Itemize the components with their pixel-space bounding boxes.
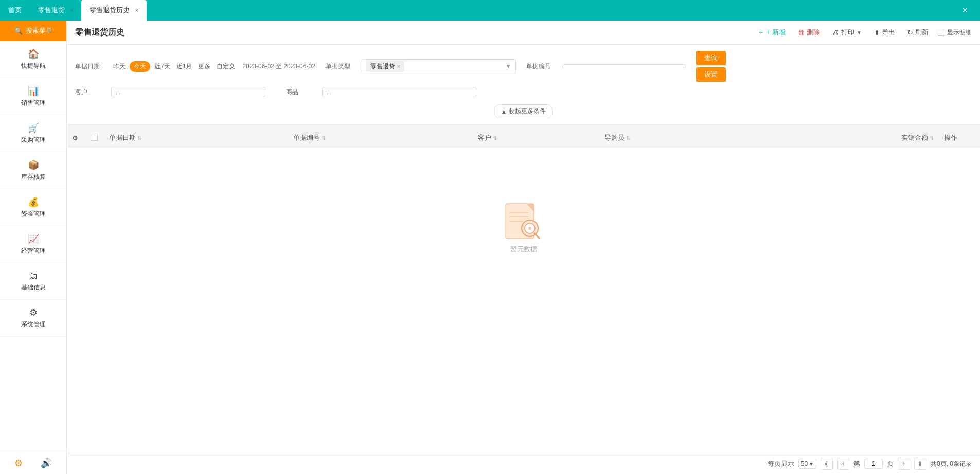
th-guide[interactable]: 导购员 ⇅ bbox=[599, 129, 755, 147]
th-amount[interactable]: 实销金额 ⇅ bbox=[755, 129, 939, 147]
th-date-label: 单据日期 bbox=[109, 133, 136, 142]
empty-text: 暂无数据 bbox=[510, 245, 537, 254]
show-detail-checkbox[interactable] bbox=[938, 29, 945, 36]
th-checkbox[interactable] bbox=[85, 129, 104, 147]
date-btn-7days[interactable]: 近7天 bbox=[152, 61, 172, 72]
select-all-checkbox[interactable] bbox=[91, 134, 98, 141]
collapse-label: 收起更多条件 bbox=[509, 107, 546, 116]
filter-row-1: 单据日期 昨天 今天 近7天 近1月 更多 自定义 2023-06-02 至 2… bbox=[75, 51, 972, 82]
page-input[interactable] bbox=[864, 459, 883, 469]
sidebar-item-purchase-mgmt[interactable]: 🛒 采购管理 bbox=[0, 115, 66, 152]
th-amount-label: 实销金额 bbox=[901, 133, 928, 142]
tab-bar: 首页 零售退货 × 零售退货历史 × bbox=[0, 0, 958, 21]
main-layout: 🔍 搜索菜单 🏠 快捷导航 📊 销售管理 🛒 采购管理 📦 库存核算 💰 资金管… bbox=[0, 21, 980, 474]
settings-bottom-icon[interactable]: ⚙ bbox=[14, 458, 23, 469]
filter-row-2: 客户 ... 商品 ... bbox=[75, 87, 972, 97]
th-customer[interactable]: 客户 ⇅ bbox=[473, 129, 599, 147]
sidebar-search-label: 搜索菜单 bbox=[26, 26, 52, 35]
tab-retail-return-close[interactable]: × bbox=[70, 7, 73, 13]
per-page-select[interactable]: 50 ▼ bbox=[798, 459, 816, 469]
sidebar-item-basic-info-label: 基础信息 bbox=[21, 283, 46, 292]
prev-page-button[interactable]: ‹ bbox=[837, 458, 849, 470]
type-filter-tag: 零售退货 × bbox=[366, 61, 404, 72]
th-date[interactable]: 单据日期 ⇅ bbox=[104, 129, 288, 147]
sidebar-item-quick-nav-label: 快捷导航 bbox=[21, 62, 46, 70]
goods-filter-select[interactable]: ... bbox=[322, 87, 476, 97]
print-icon: 🖨 bbox=[832, 29, 839, 37]
tab-home[interactable]: 首页 bbox=[0, 0, 30, 21]
sidebar-item-quick-nav[interactable]: 🏠 快捷导航 bbox=[0, 41, 66, 78]
new-button[interactable]: ＋ + 新增 bbox=[755, 26, 789, 39]
sidebar-bottom: ⚙ 🔊 bbox=[0, 452, 66, 474]
sidebar-item-finance-mgmt[interactable]: 💰 资金管理 bbox=[0, 189, 66, 226]
print-button[interactable]: 🖨 打印 ▼ bbox=[829, 26, 865, 39]
tab-retail-return-history[interactable]: 零售退货历史 × bbox=[81, 0, 146, 21]
print-dropdown-icon: ▼ bbox=[857, 30, 862, 35]
next-page-button[interactable]: › bbox=[898, 458, 910, 470]
refresh-button[interactable]: ↻ 刷新 bbox=[904, 26, 932, 39]
voucher-filter-input[interactable] bbox=[562, 64, 686, 68]
first-page-button[interactable]: ⟪ bbox=[821, 458, 833, 470]
show-detail-text: 显示明细 bbox=[947, 28, 972, 37]
sidebar-search[interactable]: 🔍 搜索菜单 bbox=[0, 21, 66, 41]
collapse-filter-button[interactable]: ▲ 收起更多条件 bbox=[494, 104, 553, 118]
sidebar-item-inventory[interactable]: 📦 库存核算 bbox=[0, 152, 66, 189]
sidebar-item-system-mgmt[interactable]: ⚙ 系统管理 bbox=[0, 300, 66, 337]
empty-illustration bbox=[498, 198, 549, 245]
date-range-display: 2023-06-02 至 2023-06-02 bbox=[242, 62, 315, 71]
th-settings[interactable]: ⚙ bbox=[67, 129, 85, 147]
date-btn-yesterday[interactable]: 昨天 bbox=[111, 61, 128, 72]
th-voucher-no[interactable]: 单据编号 ⇅ bbox=[288, 129, 472, 147]
new-icon: ＋ bbox=[758, 28, 764, 37]
th-customer-sort-icon: ⇅ bbox=[493, 135, 497, 141]
new-label: + 新增 bbox=[767, 28, 786, 37]
date-btn-1month[interactable]: 近1月 bbox=[174, 61, 194, 72]
table-head: ⚙ 单据日期 ⇅ 单据编号 bbox=[67, 129, 980, 147]
sidebar-item-ops-mgmt-label: 经营管理 bbox=[21, 247, 46, 256]
delete-button[interactable]: 🗑 删除 bbox=[795, 26, 823, 39]
export-icon: ⬆ bbox=[874, 29, 880, 37]
settings-button[interactable]: 设置 bbox=[696, 67, 726, 82]
last-page-button[interactable]: ⟫ bbox=[914, 458, 926, 470]
th-date-sort-icon: ⇅ bbox=[137, 135, 141, 141]
th-guide-label: 导购员 bbox=[604, 133, 625, 142]
empty-state: 暂无数据 bbox=[67, 178, 980, 275]
th-ops-label: 操作 bbox=[944, 134, 957, 141]
table-area: ⚙ 单据日期 ⇅ 单据编号 bbox=[67, 129, 980, 453]
sidebar-item-purchase-mgmt-label: 采购管理 bbox=[21, 136, 46, 144]
date-btn-today[interactable]: 今天 bbox=[130, 61, 150, 72]
ops-mgmt-icon: 📈 bbox=[28, 233, 39, 245]
customer-filter-select[interactable]: ... bbox=[111, 87, 265, 97]
th-customer-label: 客户 bbox=[478, 133, 491, 142]
per-page-dropdown-icon: ▼ bbox=[809, 461, 814, 467]
type-dropdown-icon[interactable]: ▼ bbox=[505, 63, 511, 70]
sidebar-item-system-mgmt-label: 系统管理 bbox=[21, 320, 46, 329]
export-label: 导出 bbox=[882, 28, 895, 37]
show-detail-toggle[interactable]: 显示明细 bbox=[938, 28, 972, 37]
system-mgmt-icon: ⚙ bbox=[29, 307, 38, 318]
top-bar: 首页 零售退货 × 零售退货历史 × × bbox=[0, 0, 980, 21]
sidebar-item-sales-mgmt-label: 销售管理 bbox=[21, 99, 46, 107]
date-btn-custom[interactable]: 自定义 bbox=[215, 61, 237, 72]
refresh-icon: ↻ bbox=[907, 29, 913, 37]
quick-nav-icon: 🏠 bbox=[28, 48, 39, 60]
th-guide-sort-icon: ⇅ bbox=[626, 135, 630, 141]
volume-icon[interactable]: 🔊 bbox=[41, 458, 52, 469]
per-page-label: 每页显示 bbox=[768, 459, 794, 468]
export-button[interactable]: ⬆ 导出 bbox=[871, 26, 898, 39]
customer-filter-label: 客户 bbox=[75, 88, 101, 97]
column-settings-icon[interactable]: ⚙ bbox=[72, 134, 78, 142]
refresh-label: 刷新 bbox=[915, 28, 929, 37]
window-close-button[interactable]: × bbox=[958, 3, 972, 18]
sidebar-item-sales-mgmt[interactable]: 📊 销售管理 bbox=[0, 78, 66, 115]
sidebar-item-basic-info[interactable]: 🗂 基础信息 bbox=[0, 263, 66, 300]
finance-mgmt-icon: 💰 bbox=[28, 196, 39, 208]
query-button[interactable]: 查询 bbox=[696, 51, 726, 65]
delete-label: 删除 bbox=[807, 28, 820, 37]
type-filter-select[interactable]: 零售退货 × ▼ bbox=[362, 59, 516, 74]
tab-retail-return-history-close[interactable]: × bbox=[135, 7, 138, 13]
sidebar-item-ops-mgmt[interactable]: 📈 经营管理 bbox=[0, 226, 66, 263]
type-tag-close[interactable]: × bbox=[397, 63, 400, 69]
date-btn-more[interactable]: 更多 bbox=[196, 61, 212, 72]
tab-retail-return[interactable]: 零售退货 × bbox=[30, 0, 81, 21]
